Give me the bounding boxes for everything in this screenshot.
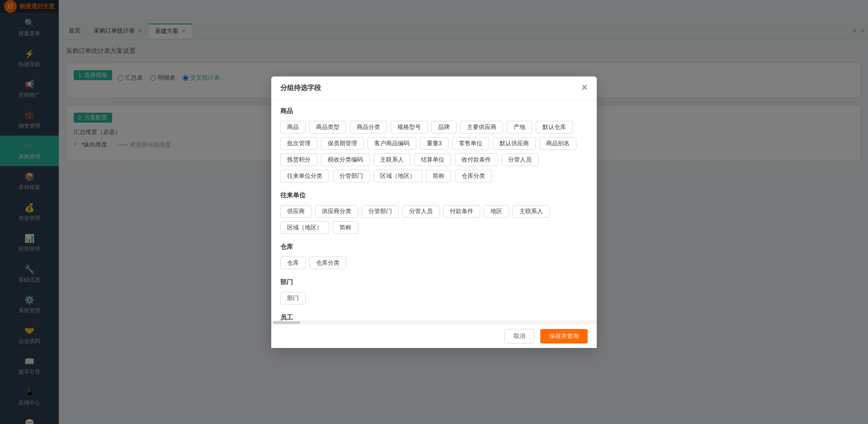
tag-product-tags-container-20[interactable]: 分管人员 — [501, 153, 538, 166]
tag-product-tags-container-18[interactable]: 结算单位 — [414, 153, 451, 166]
tag-product-tags-container-21[interactable]: 往来单位分类 — [280, 170, 329, 182]
department-tags: 部门 — [280, 292, 588, 305]
tag-counterpart-tags-container-0[interactable]: 供应商 — [280, 205, 311, 218]
close-icon[interactable]: ✕ — [581, 84, 588, 92]
tag-product-tags-container-4[interactable]: 品牌 — [431, 121, 457, 133]
tag-product-tags-container-0[interactable]: 商品 — [280, 121, 306, 133]
tag-product-tags-container-23[interactable]: 区域（地区） — [373, 170, 422, 182]
tag-product-tags-container-16[interactable]: 税收分类编码 — [321, 153, 370, 166]
tag-counterpart-tags-container-7[interactable]: 区域（地区） — [280, 221, 329, 234]
tag-counterpart-tags-container-3[interactable]: 分管人员 — [402, 205, 439, 218]
tag-product-tags-container-13[interactable]: 默认供应商 — [493, 137, 536, 150]
section-employee-title: 员工 — [280, 314, 588, 321]
tag-warehouse-tags-container-1[interactable]: 仓库分类 — [309, 257, 346, 269]
tag-product-tags-container-5[interactable]: 主要供应商 — [460, 121, 503, 133]
tag-product-tags-container-9[interactable]: 保质期管理 — [321, 137, 364, 150]
tag-product-tags-container-19[interactable]: 收付款条件 — [455, 153, 498, 166]
tag-counterpart-tags-container-6[interactable]: 主联系人 — [513, 205, 550, 218]
tag-counterpart-tags-container-2[interactable]: 分管部门 — [362, 205, 399, 218]
tag-product-tags-container-22[interactable]: 分管部门 — [333, 170, 370, 182]
tag-product-tags-container-12[interactable]: 零售单位 — [452, 137, 489, 150]
tag-product-tags-container-25[interactable]: 仓库分类 — [455, 170, 492, 182]
tag-product-tags-container-6[interactable]: 产地 — [507, 121, 532, 133]
section-department: 部门 部门 — [280, 278, 588, 305]
tag-product-tags-container-3[interactable]: 规格型号 — [391, 121, 428, 133]
warehouse-tags: 仓库仓库分类 — [280, 257, 588, 269]
section-product-title: 商品 — [280, 107, 588, 115]
section-product: 商品 商品商品类型商品分类规格型号品牌主要供应商产地默认仓库批次管理保质期管理客… — [280, 107, 588, 182]
tag-product-tags-container-15[interactable]: 拣货积分 — [280, 153, 317, 166]
dialog-title: 分组待选字段 — [280, 84, 321, 92]
tag-product-tags-container-11[interactable]: 重量3 — [420, 137, 448, 150]
tag-product-tags-container-2[interactable]: 商品分类 — [350, 121, 387, 133]
cancel-button[interactable]: 取消 — [504, 329, 535, 343]
tag-product-tags-container-14[interactable]: 商品别名 — [539, 137, 576, 150]
tag-warehouse-tags-container-0[interactable]: 仓库 — [280, 257, 306, 269]
section-warehouse: 仓库 仓库仓库分类 — [280, 243, 588, 269]
section-counterpart-title: 往来单位 — [280, 191, 588, 200]
counterpart-tags: 供应商供应商分类分管部门分管人员付款条件地区主联系人区域（地区）简称 — [280, 205, 588, 234]
dialog-hscrollbar[interactable] — [271, 321, 597, 324]
tag-counterpart-tags-container-5[interactable]: 地区 — [484, 205, 509, 218]
confirm-button[interactable]: 保存并查询 — [540, 329, 588, 343]
section-department-title: 部门 — [280, 278, 588, 286]
product-tags: 商品商品类型商品分类规格型号品牌主要供应商产地默认仓库批次管理保质期管理客户商品… — [280, 121, 588, 182]
tag-department-tags-container-0[interactable]: 部门 — [280, 292, 306, 305]
tag-product-tags-container-8[interactable]: 批次管理 — [280, 137, 317, 150]
tag-counterpart-tags-container-4[interactable]: 付款条件 — [443, 205, 480, 218]
tag-product-tags-container-10[interactable]: 客户商品编码 — [368, 137, 416, 150]
tag-counterpart-tags-container-8[interactable]: 简称 — [333, 221, 358, 234]
dialog-body: 商品 商品商品类型商品分类规格型号品牌主要供应商产地默认仓库批次管理保质期管理客… — [271, 100, 597, 321]
tag-product-tags-container-24[interactable]: 简称 — [426, 170, 451, 182]
tag-product-tags-container-17[interactable]: 主联系人 — [373, 153, 410, 166]
tag-counterpart-tags-container-1[interactable]: 供应商分类 — [315, 205, 358, 218]
tag-product-tags-container-7[interactable]: 默认仓库 — [536, 121, 573, 133]
dialog-footer: 取消 保存并查询 — [271, 324, 597, 348]
modal-overlay: 分组待选字段 ✕ 商品 商品商品类型商品分类规格型号品牌主要供应商产地默认仓库批… — [0, 0, 868, 424]
section-counterpart: 往来单位 供应商供应商分类分管部门分管人员付款条件地区主联系人区域（地区）简称 — [280, 191, 588, 234]
dialog: 分组待选字段 ✕ 商品 商品商品类型商品分类规格型号品牌主要供应商产地默认仓库批… — [271, 76, 597, 348]
tag-product-tags-container-1[interactable]: 商品类型 — [309, 121, 346, 133]
section-warehouse-title: 仓库 — [280, 243, 588, 251]
dialog-header: 分组待选字段 ✕ — [271, 76, 597, 100]
section-employee: 员工 业务员 — [280, 314, 588, 321]
